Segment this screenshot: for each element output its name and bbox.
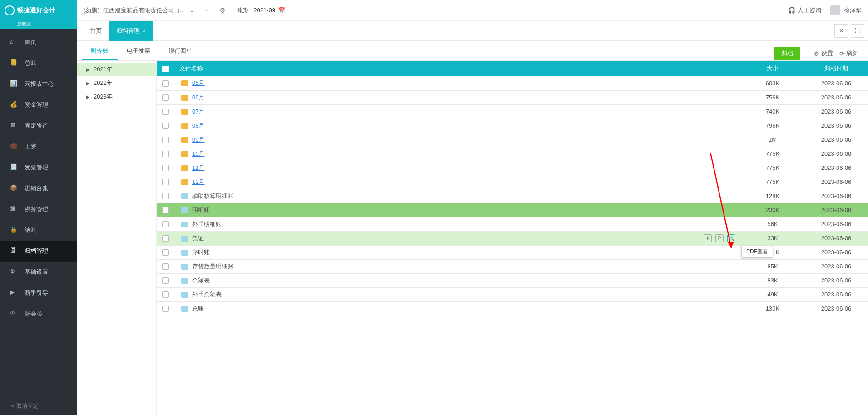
calendar-icon[interactable]: 📅 [278, 7, 285, 14]
nav-money[interactable]: 💰资金管理 [0, 94, 77, 115]
file-name[interactable]: 07月 [192, 108, 204, 115]
row-checkbox[interactable] [162, 291, 169, 298]
period-value[interactable]: 2021-09 [253, 7, 275, 14]
file-name[interactable]: 10月 [192, 150, 204, 157]
row-checkbox[interactable] [162, 207, 169, 213]
file-name[interactable]: 09月 [192, 136, 204, 143]
row-checkbox[interactable] [162, 193, 169, 199]
file-size: 740K [741, 104, 804, 119]
nav-stock[interactable]: 📦进销台账 [0, 178, 77, 199]
row-checkbox[interactable] [162, 165, 169, 171]
nav-home[interactable]: ⌂首页 [0, 32, 77, 53]
nav-invoice[interactable]: 🧾发票管理 [0, 157, 77, 178]
row-checkbox[interactable] [162, 249, 169, 256]
table-row[interactable]: 08月796K2023-06-06 [157, 119, 868, 133]
table-row[interactable]: 凭证⬇P🔍33K2023-06-06 [157, 231, 868, 245]
archive-button[interactable]: 归档 [774, 47, 800, 60]
file-size: 49K [741, 287, 804, 301]
file-icon [181, 250, 188, 256]
sidebar: 畅捷通好会计 旗舰版 ⌂首页📒总账📊云报表中心💰资金管理🖥固定资产💼工资🧾发票管… [0, 0, 77, 415]
nav-chart[interactable]: 📊云报表中心 [0, 74, 77, 94]
refresh-button[interactable]: ⟳刷新 [839, 49, 858, 58]
nav-archive[interactable]: 🗄归档管理 [0, 241, 77, 262]
table-row[interactable]: 明细账230K2023-06-06 [157, 203, 868, 217]
tree-year-2023年[interactable]: ▶2023年 [77, 90, 156, 104]
table-row[interactable]: 外币明细账56K2023-06-06 [157, 217, 868, 231]
subtab-电子发票[interactable]: 电子发票 [118, 42, 159, 60]
nav-close[interactable]: 🔒结账 [0, 220, 77, 241]
tree-year-2021年[interactable]: ▶2021年 [77, 63, 156, 76]
fullscreen-button[interactable]: ⛶ [851, 24, 864, 38]
company-chevron-icon[interactable]: ⌄ [189, 7, 194, 14]
add-icon[interactable]: ＋ [203, 6, 210, 15]
pdf-icon[interactable]: P [715, 234, 724, 242]
file-name[interactable]: 11月 [192, 164, 204, 171]
nav-label: 固定资产 [25, 122, 48, 130]
file-size: 756K [741, 90, 804, 104]
table-row[interactable]: 05月603K2023-06-06 [157, 76, 868, 90]
row-checkbox[interactable] [162, 137, 169, 143]
file-date: 2023-06-06 [804, 189, 868, 203]
row-checkbox[interactable] [162, 235, 169, 242]
table-row[interactable]: 09月1M2023-06-06 [157, 133, 868, 147]
file-date: 2023-06-06 [804, 161, 868, 175]
nav-salary[interactable]: 💼工资 [0, 136, 77, 157]
tab-close-button[interactable]: ✕ [834, 24, 848, 38]
row-checkbox[interactable] [162, 109, 169, 115]
tab-首页[interactable]: 首页 [83, 21, 109, 41]
tree-year-2022年[interactable]: ▶2022年 [77, 76, 156, 90]
row-checkbox[interactable] [162, 151, 169, 157]
file-name[interactable]: 12月 [192, 178, 204, 185]
row-checkbox[interactable] [162, 221, 169, 227]
table-row[interactable]: 11月775K2023-06-06 [157, 161, 868, 175]
subtab-财务账[interactable]: 财务账 [82, 42, 118, 60]
page-tabs: 首页归档管理× ✕ ⛶ [77, 21, 868, 41]
nav-vip[interactable]: ♔畅会员 [0, 303, 77, 324]
folder-icon [181, 109, 188, 115]
nav-tax[interactable]: 🏛税务管理 [0, 199, 77, 220]
pdf-view-icon[interactable]: 🔍 [727, 234, 735, 242]
company-selector[interactable]: (勿删）江西服宝精品有限责任公司（... [84, 6, 185, 15]
tab-close-icon[interactable]: × [143, 28, 146, 34]
table-row[interactable]: 10月775K2023-06-06 [157, 147, 868, 161]
logo: 畅捷通好会计 [0, 0, 77, 21]
row-checkbox[interactable] [162, 80, 169, 87]
table-row[interactable]: 外币余额表49K2023-06-06 [157, 287, 868, 301]
subtab-银行回单[interactable]: 银行回单 [159, 42, 201, 60]
row-checkbox[interactable] [162, 179, 169, 185]
file-name: 余额表 [192, 277, 210, 284]
file-size: 33K [741, 231, 804, 245]
folder-icon [181, 137, 188, 143]
table-row[interactable]: 存货数量明细账85K2023-06-06 [157, 259, 868, 273]
file-icon [181, 222, 188, 227]
nav-setting[interactable]: ⚙基础设置 [0, 262, 77, 282]
nav-label: 新手引导 [25, 289, 48, 297]
nav-guide[interactable]: ▶新手引导 [0, 282, 77, 303]
guide-icon: ▶ [10, 289, 18, 297]
file-name[interactable]: 05月 [192, 79, 204, 86]
pin-toggle[interactable]: ⇥取消固定 [0, 397, 77, 415]
table-row[interactable]: 余额表83K2023-06-06 [157, 273, 868, 287]
select-all-checkbox[interactable] [162, 66, 169, 72]
table-row[interactable]: 12月775K2023-06-06 [157, 175, 868, 189]
user-menu[interactable]: 徐泽华 [830, 5, 862, 15]
table-row[interactable]: 07月740K2023-06-06 [157, 104, 868, 119]
file-name[interactable]: 08月 [192, 122, 204, 129]
row-checkbox[interactable] [162, 277, 169, 284]
gear-icon[interactable]: ⚙ [219, 6, 225, 15]
download-icon[interactable]: ⬇ [704, 234, 712, 242]
table-row[interactable]: 辅助核算明细账128K2023-06-06 [157, 189, 868, 203]
help-link[interactable]: 🎧 人工咨询 [788, 6, 821, 15]
col-date: 归档日期 [804, 61, 868, 76]
file-name[interactable]: 06月 [192, 94, 204, 101]
row-checkbox[interactable] [162, 263, 169, 270]
table-row[interactable]: 总账130K2023-06-06 [157, 301, 868, 316]
row-checkbox[interactable] [162, 306, 169, 312]
row-checkbox[interactable] [162, 94, 169, 101]
nav-ledger[interactable]: 📒总账 [0, 53, 77, 74]
tab-归档管理[interactable]: 归档管理× [109, 21, 153, 41]
table-row[interactable]: 06月756K2023-06-06 [157, 90, 868, 104]
settings-button[interactable]: ⚙设置 [814, 49, 833, 58]
row-checkbox[interactable] [162, 123, 169, 129]
nav-asset[interactable]: 🖥固定资产 [0, 115, 77, 136]
